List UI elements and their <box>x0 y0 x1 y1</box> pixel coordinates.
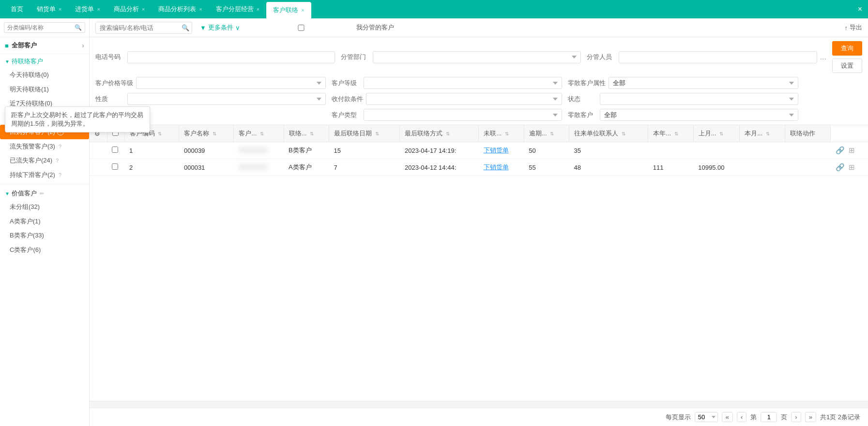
page-label: 第 <box>750 413 757 422</box>
close-product-list-icon[interactable]: × <box>199 6 202 12</box>
info-icon4: ? <box>59 173 61 178</box>
nav-sales[interactable]: 销货单 × <box>30 0 68 18</box>
sidebar-item-churn-warning[interactable]: 流失预警客户(3) ? <box>0 139 89 154</box>
link-icon[interactable]: 🔗 <box>836 163 845 172</box>
cell-overdue: 35 <box>569 142 648 159</box>
cell-category: A类客户 <box>284 159 329 176</box>
filter-customer-type-label: 客户类型 <box>332 111 361 119</box>
cell-company-contact <box>648 142 693 159</box>
filter-customer-level-label: 客户等级 <box>332 79 361 88</box>
cell-last-contact-date: 2023-04-12 14:44: <box>400 159 479 176</box>
filter-payment: 收付款条件 <box>332 93 562 105</box>
cell-no-contact: 55 <box>524 159 569 176</box>
filter-retail-customer-select[interactable]: 全部 <box>600 109 798 121</box>
settings-button[interactable]: 设置 <box>832 59 862 73</box>
search-button[interactable]: 🔍 <box>182 24 189 31</box>
filter-person-dots[interactable]: ... <box>820 53 826 61</box>
nav-product-analysis[interactable]: 商品分析 × <box>107 0 152 18</box>
my-customer-checkbox[interactable] <box>248 25 354 31</box>
cell-actions: 🔗 ⊞ <box>831 142 868 159</box>
more-filter-button[interactable]: ▼ 更多条件 ∨ <box>196 21 244 34</box>
nav-product-list[interactable]: 商品分析列表 × <box>152 0 209 18</box>
edit-icon[interactable]: ✏ <box>40 191 44 197</box>
cell-actions: 🔗 ⊞ <box>831 159 868 176</box>
sort-category-icon: ⇅ <box>260 131 264 136</box>
sidebar-item-ungrouped[interactable]: 未分组(32) <box>0 200 89 214</box>
close-customer-contact-icon[interactable]: × <box>301 7 304 13</box>
filter-customer-level-select[interactable] <box>364 77 562 89</box>
my-customer-checkbox-wrap[interactable]: 我分管的客户 <box>248 23 394 32</box>
sidebar-group-value[interactable]: ▼ 价值客户 ✏ <box>0 186 89 200</box>
row-checkbox[interactable] <box>112 147 118 153</box>
filter-customer-type-select[interactable] <box>364 109 562 121</box>
sidebar-item-tomorrow[interactable]: 明天待联络(1) <box>0 82 89 97</box>
cell-code: 000039 <box>179 142 234 159</box>
filter-payment-select[interactable] <box>366 93 562 105</box>
close-purchase-icon[interactable]: × <box>97 6 100 12</box>
sidebar-item-declining[interactable]: 持续下滑客户(2) ? <box>0 168 89 182</box>
page-number-input[interactable] <box>761 412 777 422</box>
filter-phone: 电话号码 <box>95 51 335 63</box>
grid-icon[interactable]: ⊞ <box>849 146 855 155</box>
filter-customer-type: 客户类型 <box>332 109 562 121</box>
sidebar-item-c-class[interactable]: C类客户(6) <box>0 243 89 257</box>
next-page-button[interactable]: › <box>791 412 801 422</box>
cell-category: B类客户 <box>284 142 329 159</box>
search-input[interactable] <box>95 22 192 34</box>
cell-this-month <box>785 159 830 176</box>
first-page-button[interactable]: « <box>722 412 733 422</box>
collapse-icon[interactable]: › <box>82 42 84 49</box>
nav-purchase[interactable]: 进货单 × <box>68 0 107 18</box>
prev-page-button[interactable]: ‹ <box>737 412 746 422</box>
cell-company-contact: 111 <box>648 159 693 176</box>
last-page-button[interactable]: » <box>805 412 816 422</box>
row-checkbox[interactable] <box>112 163 118 170</box>
link-icon[interactable]: 🔗 <box>836 146 845 155</box>
close-product-analysis-icon[interactable]: × <box>142 6 145 12</box>
table-header-row: ⚙ 客户编码 ⇅ 客户名称 ⇅ 客户... ⇅ 联络... ⇅ 最后联络日期 ⇅… <box>90 125 868 142</box>
filter-status-select[interactable] <box>600 93 798 105</box>
contact-method-link[interactable]: 下销货单 <box>484 147 509 154</box>
filter-nature-select[interactable] <box>127 93 326 105</box>
nav-customer-contact[interactable]: 客户联络 × <box>266 2 311 18</box>
export-button[interactable]: ↑ 导出 <box>845 23 863 32</box>
info-icon3: ? <box>56 158 59 163</box>
action-buttons: 查询 设置 <box>832 41 862 73</box>
filter-price-level-label: 客户价格等级 <box>95 79 133 88</box>
nav-customer-mgmt[interactable]: 客户分层经营 × <box>209 0 266 18</box>
sidebar-item-a-class[interactable]: A类客户(1) <box>0 214 89 229</box>
filter-retail-attr-select[interactable]: 全部 <box>609 77 798 89</box>
sidebar-item-b-class[interactable]: B类客户(33) <box>0 228 89 243</box>
filter-price-level: 客户价格等级 <box>95 77 326 89</box>
sidebar-search-input[interactable] <box>4 22 85 33</box>
sort-this-year-icon: ⇅ <box>674 131 678 136</box>
close-customer-mgmt-icon[interactable]: × <box>257 6 259 12</box>
col-this-month: 本月... ⇅ <box>740 125 785 142</box>
close-all-tabs-icon[interactable]: × <box>858 5 862 14</box>
grid-icon[interactable]: ⊞ <box>849 163 855 172</box>
filter-status-label: 状态 <box>568 95 597 103</box>
filter-person-input[interactable] <box>619 51 817 63</box>
cell-row-settings <box>90 142 107 159</box>
top-nav: 首页 销货单 × 进货单 × 商品分析 × 商品分析列表 × 客户分层经营 × … <box>0 0 868 18</box>
sort-method-icon: ⇅ <box>446 131 450 136</box>
nav-home[interactable]: 首页 <box>4 0 30 18</box>
horizontal-scrollbar[interactable] <box>90 401 868 408</box>
sidebar-item-churned[interactable]: 已流失客户(24) ? <box>0 153 89 168</box>
info-icon2: ? <box>59 144 61 149</box>
filter-price-level-select[interactable] <box>136 77 326 89</box>
contact-method-link[interactable]: 下销货单 <box>484 163 509 171</box>
cell-last-contact-date: 2023-04-17 14:19: <box>400 142 479 159</box>
per-page-select[interactable]: 50 10 20 100 <box>695 412 718 422</box>
sidebar-search-wrap: 🔍 <box>0 18 89 37</box>
filter-phone-input[interactable] <box>127 51 335 63</box>
query-button[interactable]: 查询 <box>832 41 862 56</box>
filter-status: 状态 <box>568 93 798 105</box>
all-customers-header[interactable]: ■ 全部客户 › <box>0 37 89 54</box>
sidebar-item-today[interactable]: 今天待联络(0) <box>0 68 89 82</box>
sidebar-group-pending[interactable]: ▼ 待联络客户 <box>0 54 89 68</box>
close-sales-icon[interactable]: × <box>59 6 61 12</box>
cell-checkbox <box>107 142 124 159</box>
main-layout: 🔍 ■ 全部客户 › ▼ 待联络客户 今天待联络(0) 明天待联络(1) 近7天… <box>0 18 868 426</box>
filter-dept-select[interactable] <box>373 51 580 63</box>
